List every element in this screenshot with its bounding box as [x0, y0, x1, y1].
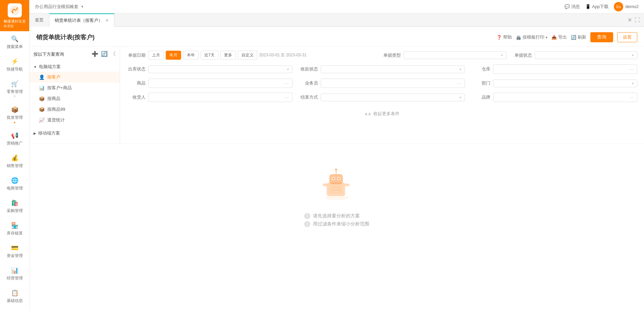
- doc-type-select[interactable]: ▾: [404, 51, 506, 59]
- message-btn[interactable]: 💬 消息: [565, 4, 580, 10]
- sidebar-item-basic[interactable]: 📋 基础信息: [0, 285, 29, 308]
- payment-status-label: 收款状态: [299, 66, 318, 72]
- sidebar-item-sales[interactable]: 💰 销售管理: [0, 150, 29, 173]
- scheme-header-title: 按以下方案查询: [34, 51, 64, 57]
- template-print-btn[interactable]: 🖨️ 按模板打印 ▾: [516, 34, 547, 40]
- doc-type-arrow-icon: ▾: [501, 53, 503, 57]
- warehouse-dots-icon: ···: [630, 66, 634, 72]
- tab-sales-stat-label: 销货单统计表（按客户）: [55, 17, 103, 23]
- scheme-item-return-stat-label: 退货统计: [47, 117, 65, 123]
- content-area: 销货单统计表(按客户) ❓ 帮助 🖨️ 按模板打印 ▾ 📤 导出 🔄 刷新: [30, 27, 644, 310]
- date-label: 单据日期: [127, 52, 146, 58]
- ecommerce-icon: 🌐: [11, 177, 18, 184]
- date-btn-more[interactable]: 更多: [220, 51, 236, 60]
- user-avatar: Ea: [614, 2, 623, 11]
- download-icon: 📱: [585, 4, 591, 9]
- sidebar-item-marketing[interactable]: 📢 营销推广: [0, 128, 29, 150]
- tab-home-label: 首页: [35, 17, 44, 23]
- department-select[interactable]: ▾: [493, 80, 637, 87]
- query-button[interactable]: 查询: [590, 32, 613, 42]
- sidebar-item-inventory[interactable]: 🏪 库存核算: [0, 218, 29, 240]
- scheme-section-mobile-title[interactable]: ▶ 移动端方案: [30, 128, 120, 138]
- customer-scheme-icon: 👤: [39, 74, 45, 80]
- filter-department: 部门 ▾: [472, 80, 637, 87]
- sales-icon: 💰: [11, 154, 18, 162]
- sidebar-item-purchase[interactable]: 🛍️ 采购管理: [0, 195, 29, 218]
- section-pc-label: 电脑端方案: [39, 64, 61, 70]
- scheme-item-by-goods99[interactable]: 📦 按商品99: [30, 104, 120, 115]
- user-profile[interactable]: Ea demo2: [614, 2, 639, 11]
- date-btn-custom[interactable]: 自定义: [238, 51, 257, 60]
- svg-point-0: [10, 6, 19, 15]
- scheme-item-by-customer-label: 按客户: [47, 74, 60, 80]
- sidebar-item-quicknav[interactable]: ⚡ 快捷导航: [0, 54, 29, 76]
- sidebar-item-system[interactable]: ⚙️ 系统管理: [0, 308, 29, 310]
- setting-button[interactable]: 设置: [617, 32, 637, 42]
- doc-status-select[interactable]: ▾: [535, 51, 638, 59]
- filter-payment-status: 收款状态 ▾: [299, 65, 465, 73]
- sidebar-item-retail[interactable]: 🛒 零售管理 ▼: [0, 76, 29, 102]
- scheme-item-by-goods[interactable]: 📦 按商品: [30, 93, 120, 104]
- payment-method-select[interactable]: ▾: [321, 94, 465, 101]
- topbar: 办公用品行业模拟账套 ▾ 💬 消息 📱 App下载 Ea demo2: [30, 0, 644, 13]
- help-icon: ❓: [496, 35, 502, 40]
- close-window-icon[interactable]: ✕: [628, 17, 632, 23]
- sidebar-item-marketing-label: 营销推广: [7, 141, 23, 146]
- scheme-add-icon[interactable]: ➕: [92, 51, 98, 58]
- out-status-select[interactable]: ▾: [148, 65, 292, 73]
- sidebar-item-purchase-label: 采购管理: [7, 208, 23, 214]
- goods99-scheme-icon: 📦: [39, 107, 45, 112]
- tab-home[interactable]: 首页: [30, 13, 49, 27]
- main-area: 办公用品行业模拟账套 ▾ 💬 消息 📱 App下载 Ea demo2 首页: [30, 0, 644, 310]
- sidebar-item-inventory-label: 库存核算: [7, 230, 23, 236]
- refresh-icon: 🔄: [571, 35, 576, 40]
- logo-area: 畅捷通好生意 标准版: [0, 0, 29, 31]
- date-btn-this-month[interactable]: 本月: [166, 51, 181, 60]
- salesperson-select[interactable]: ···: [321, 79, 465, 88]
- scheme-item-return-stat[interactable]: 📈 退货统计: [30, 115, 120, 125]
- sidebar-item-search[interactable]: 🔍 搜索菜单: [0, 31, 29, 54]
- scheme-refresh-icon[interactable]: 🔄: [101, 51, 108, 58]
- message-icon: 💬: [565, 4, 570, 9]
- sidebar-item-finance[interactable]: 💳 资金管理: [0, 240, 29, 263]
- sidebar-item-wholesale[interactable]: 📦 批发管理 ▲: [0, 102, 29, 128]
- empty-state: 1 请先选择要分析的方案 2 用过滤条件来缩小分析范围: [30, 144, 644, 249]
- goods-select[interactable]: ···: [148, 79, 292, 88]
- payment-status-arrow-icon: ▾: [460, 67, 461, 71]
- collapse-label: 收起更多条件: [373, 111, 399, 117]
- consignee-select[interactable]: ···: [148, 93, 292, 102]
- maximize-window-icon[interactable]: ⛶: [635, 17, 640, 23]
- scheme-item-by-customer[interactable]: 👤 按客户: [30, 72, 120, 83]
- date-btn-last-month[interactable]: 上月: [148, 51, 164, 60]
- scheme-collapse-icon[interactable]: 《: [110, 51, 116, 58]
- brand-select[interactable]: ···: [493, 93, 637, 102]
- date-btn-this-year[interactable]: 本年: [183, 51, 199, 60]
- print-dropdown-icon[interactable]: ▾: [546, 36, 547, 39]
- consignee-dots-icon: ···: [285, 95, 289, 100]
- svg-rect-13: [345, 184, 350, 186]
- collapse-button[interactable]: ∧∧ 收起更多条件: [361, 109, 404, 118]
- collapse-row: ∧∧ 收起更多条件: [127, 107, 637, 121]
- help-btn[interactable]: ❓ 帮助: [496, 34, 512, 40]
- filter-doc-type: 单据类型 ▾: [382, 51, 506, 59]
- search-icon: 🔍: [11, 35, 18, 43]
- sidebar: 畅捷通好生意 标准版 🔍 搜索菜单 ⚡ 快捷导航 🛒 零售管理 ▼ 📦 批发管理…: [0, 0, 30, 310]
- scheme-item-by-customer-goods[interactable]: 📊 按客户+商品: [30, 83, 120, 93]
- window-controls: ✕ ⛶: [624, 17, 644, 23]
- date-btn-last-7[interactable]: 近7天: [201, 51, 218, 60]
- warehouse-select[interactable]: ···: [493, 64, 637, 74]
- export-btn[interactable]: 📤 导出: [551, 34, 567, 40]
- sidebar-item-ecommerce[interactable]: 🌐 电商管理: [0, 173, 29, 195]
- sidebar-item-operations[interactable]: 📊 经营管理: [0, 263, 29, 285]
- payment-status-select[interactable]: ▾: [321, 65, 465, 73]
- scheme-section-pc: ▼ 电脑端方案 👤 按客户 📊 按客户+商品 📦 按商品: [30, 60, 120, 127]
- tab-close-icon[interactable]: ✕: [105, 18, 109, 23]
- svg-point-8: [333, 178, 334, 179]
- refresh-btn[interactable]: 🔄 刷新: [571, 34, 586, 40]
- tab-sales-stat[interactable]: 销货单统计表（按客户） ✕: [49, 13, 114, 27]
- svg-rect-4: [328, 184, 343, 194]
- breadcrumb-arrow-icon[interactable]: ▾: [81, 4, 84, 9]
- app-download-btn[interactable]: 📱 App下载: [585, 4, 608, 10]
- scheme-section-pc-title[interactable]: ▼ 电脑端方案: [30, 62, 120, 72]
- svg-rect-5: [329, 174, 343, 184]
